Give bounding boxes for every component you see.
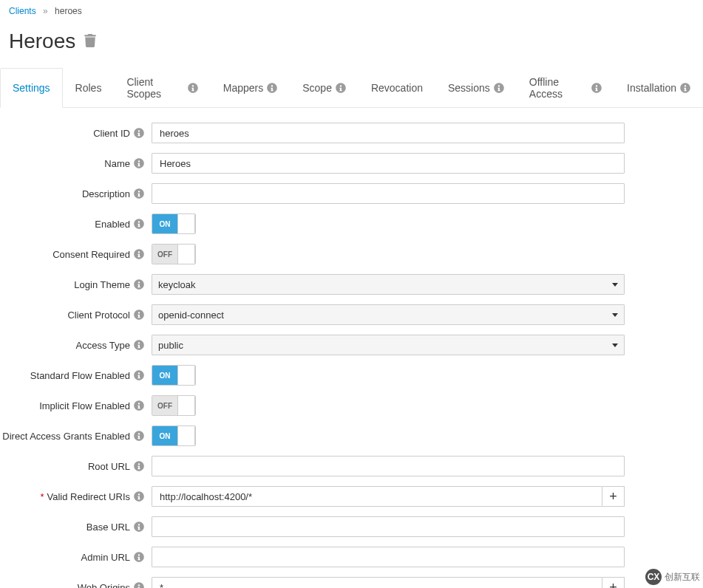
description-input[interactable]: [152, 183, 625, 204]
tab-mappers[interactable]: Mappers: [211, 68, 290, 107]
help-icon[interactable]: [134, 340, 144, 350]
help-icon[interactable]: [134, 219, 144, 229]
help-icon[interactable]: [494, 83, 504, 93]
client-id-input[interactable]: [152, 123, 625, 143]
admin-url-label: Admin URL: [0, 552, 152, 563]
web-origins-input[interactable]: [152, 577, 602, 588]
help-icon[interactable]: [134, 582, 144, 588]
base-url-label: Base URL: [0, 522, 152, 533]
root-url-label: Root URL: [0, 461, 152, 472]
help-icon[interactable]: [134, 188, 144, 199]
watermark-icon: CX: [645, 569, 662, 585]
enabled-label: Enabled: [0, 219, 152, 230]
login-theme-select[interactable]: keycloak: [152, 274, 625, 295]
help-icon[interactable]: [680, 83, 690, 93]
help-icon[interactable]: [134, 128, 144, 138]
trash-icon[interactable]: [84, 34, 96, 49]
tab-revocation[interactable]: Revocation: [359, 68, 435, 107]
standard-flow-label: Standard Flow Enabled: [0, 370, 152, 381]
tab-installation[interactable]: Installation: [614, 68, 703, 107]
web-origins-label: Web Origins: [0, 582, 152, 589]
tab-client-scopes[interactable]: Client Scopes: [114, 68, 210, 107]
enabled-toggle[interactable]: ONOFF: [152, 213, 196, 234]
breadcrumb-current: heroes: [55, 6, 82, 16]
help-icon[interactable]: [134, 279, 144, 290]
base-url-input[interactable]: [152, 516, 625, 537]
help-icon[interactable]: [134, 249, 144, 259]
tab-offline-access[interactable]: Offline Access: [517, 68, 614, 107]
breadcrumb-separator: »: [43, 6, 48, 16]
page-title: Heroes: [9, 30, 75, 53]
implicit-flow-toggle[interactable]: ONOFF: [152, 395, 196, 416]
help-icon[interactable]: [134, 461, 144, 471]
admin-url-input[interactable]: [152, 547, 625, 567]
breadcrumb: Clients » heroes: [0, 0, 703, 22]
help-icon[interactable]: [134, 310, 144, 320]
valid-redirect-input[interactable]: [152, 486, 602, 507]
watermark: CX 创新互联: [645, 569, 700, 585]
form-body: Client ID Name Description Enabled ONOFF…: [0, 108, 703, 588]
tabs: SettingsRolesClient ScopesMappersScopeRe…: [0, 68, 703, 108]
help-icon[interactable]: [267, 83, 277, 93]
name-label: Name: [0, 158, 152, 169]
help-icon[interactable]: [134, 552, 144, 562]
help-icon[interactable]: [336, 83, 346, 93]
consent-required-toggle[interactable]: ONOFF: [152, 244, 196, 264]
help-icon[interactable]: [591, 83, 602, 93]
tab-scope[interactable]: Scope: [290, 68, 359, 107]
help-icon[interactable]: [134, 522, 144, 532]
description-label: Description: [0, 188, 152, 199]
add-redirect-button[interactable]: +: [602, 486, 625, 507]
access-type-select[interactable]: public: [152, 335, 625, 355]
valid-redirect-label: *Valid Redirect URIs: [0, 491, 152, 502]
tab-settings[interactable]: Settings: [0, 68, 63, 108]
name-input[interactable]: [152, 153, 625, 174]
direct-access-label: Direct Access Grants Enabled: [0, 431, 152, 442]
help-icon[interactable]: [134, 491, 144, 502]
help-icon[interactable]: [134, 431, 144, 441]
standard-flow-toggle[interactable]: ONOFF: [152, 365, 196, 386]
login-theme-label: Login Theme: [0, 279, 152, 290]
client-protocol-label: Client Protocol: [0, 310, 152, 321]
help-icon[interactable]: [188, 83, 198, 93]
help-icon[interactable]: [134, 370, 144, 380]
client-protocol-select[interactable]: openid-connect: [152, 304, 625, 325]
help-icon[interactable]: [134, 400, 144, 411]
access-type-label: Access Type: [0, 340, 152, 351]
client-id-label: Client ID: [0, 128, 152, 139]
page-header: Heroes: [0, 22, 703, 68]
breadcrumb-clients-link[interactable]: Clients: [9, 6, 36, 16]
add-origin-button[interactable]: +: [602, 577, 625, 588]
implicit-flow-label: Implicit Flow Enabled: [0, 400, 152, 411]
consent-required-label: Consent Required: [0, 249, 152, 260]
tab-sessions[interactable]: Sessions: [435, 68, 517, 107]
root-url-input[interactable]: [152, 456, 625, 476]
help-icon[interactable]: [134, 158, 144, 168]
tab-roles[interactable]: Roles: [63, 68, 115, 107]
direct-access-toggle[interactable]: ONOFF: [152, 425, 196, 446]
